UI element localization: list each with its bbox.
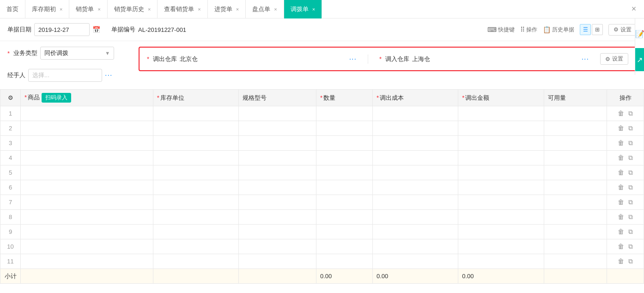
tab-inventory-init-close[interactable]: ×: [60, 6, 62, 12]
row-unit[interactable]: [153, 121, 238, 136]
window-close-button[interactable]: ×: [627, 3, 640, 16]
delete-icon[interactable]: 🗑: [616, 213, 626, 220]
row-qty[interactable]: [316, 165, 373, 180]
row-cost[interactable]: [372, 151, 458, 165]
copy-icon[interactable]: ⧉: [627, 257, 634, 265]
row-qty[interactable]: [316, 136, 373, 151]
row-unit[interactable]: [153, 195, 238, 210]
row-unit[interactable]: [153, 165, 238, 180]
row-spec[interactable]: [238, 106, 316, 121]
row-qty[interactable]: [316, 195, 373, 210]
row-cost[interactable]: [372, 210, 458, 225]
tab-stocktake-close[interactable]: ×: [274, 6, 277, 12]
row-amount[interactable]: [458, 210, 544, 225]
tab-transfer[interactable]: 调拨单 ×: [284, 0, 322, 18]
delete-icon[interactable]: 🗑: [616, 183, 626, 191]
row-cost[interactable]: [372, 195, 458, 210]
calendar-icon[interactable]: 📅: [92, 26, 100, 33]
copy-icon[interactable]: ⧉: [627, 228, 634, 235]
tab-sales-order[interactable]: 销货单 ×: [69, 0, 107, 18]
row-qty[interactable]: [316, 106, 373, 121]
row-product[interactable]: [21, 136, 153, 151]
row-qty[interactable]: [316, 225, 373, 239]
row-product[interactable]: [21, 106, 153, 121]
warehouse-settings-btn[interactable]: ⚙ 设置: [600, 53, 628, 65]
rt-export-btn[interactable]: ↗: [635, 48, 644, 71]
row-cost[interactable]: [372, 254, 458, 269]
row-amount[interactable]: [458, 151, 544, 165]
row-spec[interactable]: [238, 195, 316, 210]
row-product[interactable]: [21, 165, 153, 180]
row-unit[interactable]: [153, 106, 238, 121]
date-value[interactable]: 2019-12-27: [34, 23, 90, 36]
copy-icon[interactable]: ⧉: [627, 154, 634, 161]
tab-purchase[interactable]: 进货单 ×: [208, 0, 246, 18]
tab-view-sales[interactable]: 查看销货单 ×: [158, 0, 207, 18]
row-spec[interactable]: [238, 165, 316, 180]
scan-entry-btn[interactable]: 扫码录入: [42, 93, 71, 103]
biz-type-select[interactable]: 同价调拨 ▼: [40, 47, 114, 60]
grid-view-btn[interactable]: ⊞: [592, 24, 603, 35]
row-unit[interactable]: [153, 225, 238, 239]
copy-icon[interactable]: ⧉: [627, 183, 634, 191]
row-spec[interactable]: [238, 121, 316, 136]
row-product[interactable]: [21, 254, 153, 269]
delete-icon[interactable]: 🗑: [616, 228, 626, 235]
in-warehouse-more-btn[interactable]: ···: [582, 55, 589, 63]
copy-icon[interactable]: ⧉: [627, 213, 634, 220]
row-product[interactable]: [21, 180, 153, 195]
tab-purchase-close[interactable]: ×: [236, 6, 239, 12]
delete-icon[interactable]: 🗑: [616, 257, 626, 265]
row-unit[interactable]: [153, 151, 238, 165]
th-settings[interactable]: ⚙: [0, 90, 21, 106]
operation-link[interactable]: ⠿ 操作: [520, 26, 537, 34]
tab-sales-history[interactable]: 销货单历史 ×: [108, 0, 158, 18]
row-amount[interactable]: [458, 195, 544, 210]
row-spec[interactable]: [238, 180, 316, 195]
row-spec[interactable]: [238, 210, 316, 225]
row-qty[interactable]: [316, 254, 373, 269]
row-unit[interactable]: [153, 210, 238, 225]
row-qty[interactable]: [316, 239, 373, 254]
copy-icon[interactable]: ⧉: [627, 124, 634, 132]
row-spec[interactable]: [238, 151, 316, 165]
tab-home[interactable]: 首页: [0, 0, 25, 18]
row-qty[interactable]: [316, 180, 373, 195]
row-amount[interactable]: [458, 254, 544, 269]
history-link[interactable]: 📋 历史单据: [543, 26, 574, 34]
tab-stocktake[interactable]: 盘点单 ×: [246, 0, 284, 18]
delete-icon[interactable]: 🗑: [616, 124, 626, 132]
row-product[interactable]: [21, 121, 153, 136]
delete-icon[interactable]: 🗑: [616, 243, 626, 250]
row-spec[interactable]: [238, 225, 316, 239]
copy-icon[interactable]: ⧉: [627, 110, 634, 117]
row-product[interactable]: [21, 195, 153, 210]
row-product[interactable]: [21, 239, 153, 254]
row-product[interactable]: [21, 225, 153, 239]
delete-icon[interactable]: 🗑: [616, 169, 626, 176]
person-select[interactable]: 选择...: [28, 69, 102, 82]
row-amount[interactable]: [458, 121, 544, 136]
delete-icon[interactable]: 🗑: [616, 154, 626, 161]
row-cost[interactable]: [372, 180, 458, 195]
copy-icon[interactable]: ⧉: [627, 198, 634, 206]
copy-icon[interactable]: ⧉: [627, 169, 634, 176]
row-spec[interactable]: [238, 136, 316, 151]
settings-button[interactable]: ⚙ 设置: [608, 24, 637, 36]
out-warehouse-more-btn[interactable]: ···: [349, 55, 357, 63]
row-amount[interactable]: [458, 136, 544, 151]
tab-sales-order-close[interactable]: ×: [97, 6, 100, 12]
tab-sales-history-close[interactable]: ×: [148, 6, 151, 12]
list-view-btn[interactable]: ☰: [580, 24, 591, 35]
row-cost[interactable]: [372, 165, 458, 180]
row-unit[interactable]: [153, 239, 238, 254]
row-cost[interactable]: [372, 239, 458, 254]
delete-icon[interactable]: 🗑: [616, 139, 626, 146]
delete-icon[interactable]: 🗑: [616, 198, 626, 206]
row-qty[interactable]: [316, 210, 373, 225]
row-unit[interactable]: [153, 254, 238, 269]
rt-note-btn[interactable]: 📝: [635, 22, 644, 45]
row-unit[interactable]: [153, 136, 238, 151]
row-amount[interactable]: [458, 225, 544, 239]
tab-view-sales-close[interactable]: ×: [198, 6, 200, 12]
